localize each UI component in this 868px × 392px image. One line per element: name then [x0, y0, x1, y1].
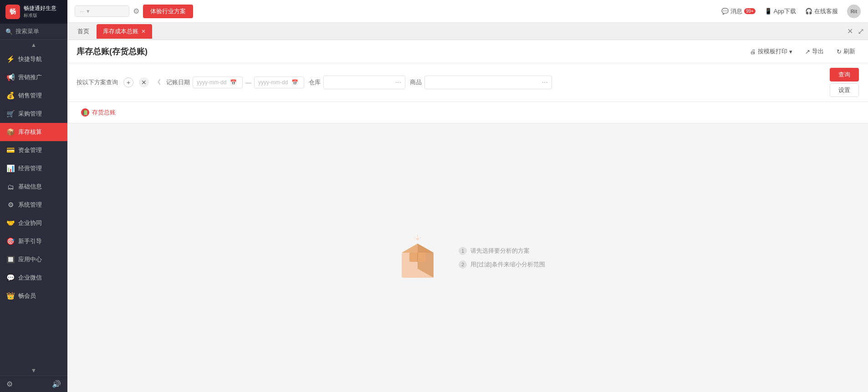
quick-nav-label: 快捷导航: [18, 55, 42, 63]
topbar: ··· ▾ ⚙ 体验行业方案 💬 消息 99+ 📱 App下载 🎧 在线客服 R…: [67, 0, 868, 23]
topbar-app-download[interactable]: 📱 App下载: [765, 7, 796, 15]
sub-nav-inventory-ledger[interactable]: 📗 存货总账: [77, 106, 120, 119]
svg-line-8: [420, 237, 421, 238]
inventory-label: 库存核算: [18, 128, 42, 136]
filter-collapse-icon[interactable]: 《: [154, 78, 161, 87]
sidebar-item-sales[interactable]: 💰 销售管理: [0, 87, 67, 105]
online-service-label: 在线客服: [814, 7, 838, 15]
quick-nav-icon: ⚡: [6, 55, 15, 63]
export-btn[interactable]: ↗ 导出: [802, 46, 827, 57]
tab-inventory-cost[interactable]: 库存成本总账 ✕: [97, 24, 152, 39]
finance-icon: 💳: [6, 146, 15, 154]
filter-fields: 记账日期 yyyy-mm-dd 📅 — yyyy-mm-dd 📅 仓库: [166, 76, 824, 89]
sidebar-item-guide[interactable]: 🎯 新手引导: [0, 232, 67, 250]
sidebar-item-operation[interactable]: 📊 经营管理: [0, 159, 67, 178]
tab-close-icon[interactable]: ✕: [141, 28, 146, 35]
guide-icon: 🎯: [6, 237, 15, 245]
sidebar-item-system[interactable]: ⚙ 系统管理: [0, 196, 67, 214]
finance-label: 资金管理: [18, 146, 42, 154]
warehouse-input[interactable]: ···: [323, 76, 405, 89]
print-btn[interactable]: 🖨 按模板打印 ▾: [746, 46, 796, 57]
print-label: 按模板打印: [758, 47, 787, 56]
sidebar-item-corp[interactable]: 🤝 企业协同: [0, 214, 67, 232]
sidebar-item-member[interactable]: 👑 畅会员: [0, 287, 67, 305]
sales-label: 销售管理: [18, 92, 42, 100]
filter-bar: 按以下方案查询 + ✕ 《 记账日期 yyyy-mm-dd 📅 — yyyy-m…: [67, 63, 868, 102]
sidebar-audio-icon[interactable]: 🔊: [52, 380, 61, 388]
sidebar-scroll-up[interactable]: ▲: [0, 40, 67, 50]
sub-nav: 📗 存货总账: [67, 102, 868, 123]
message-badge: 99+: [744, 8, 756, 14]
sidebar-item-inventory[interactable]: 📦 库存核算: [0, 123, 67, 141]
refresh-label: 刷新: [843, 47, 855, 56]
page-header: 库存总账(存货总账) 🖨 按模板打印 ▾ ↗ 导出 ↻ 刷新: [67, 40, 868, 63]
step-1-badge: 1: [459, 247, 467, 255]
empty-tip-1-text: 请先选择要分析的方案: [470, 247, 530, 255]
sidebar-item-marketing[interactable]: 📢 营销推广: [0, 68, 67, 87]
corp-icon: 🤝: [6, 219, 15, 227]
date-filter-group: 记账日期 yyyy-mm-dd 📅 — yyyy-mm-dd 📅: [166, 76, 304, 88]
industry-btn[interactable]: 体验行业方案: [143, 5, 193, 18]
product-more-icon: ···: [542, 78, 548, 87]
sidebar-search[interactable]: 🔍 搜索菜单: [0, 24, 67, 40]
sidebar-item-finance[interactable]: 💳 资金管理: [0, 141, 67, 159]
refresh-icon: ↻: [837, 48, 842, 55]
filter-add-btn[interactable]: +: [123, 77, 133, 87]
topbar-avatar[interactable]: Rit: [847, 5, 861, 18]
page-title: 库存总账(存货总账): [77, 46, 148, 57]
empty-tip-2-text: 用[过滤]条件来缩小分析范围: [470, 260, 545, 269]
filter-label: 按以下方案查询: [77, 78, 118, 87]
sidebar-settings-icon[interactable]: ⚙: [6, 380, 13, 388]
filter-clear-btn[interactable]: ✕: [139, 77, 149, 87]
message-label: 消息: [730, 7, 742, 15]
message-icon: 💬: [721, 8, 729, 15]
date-start-input[interactable]: yyyy-mm-dd 📅: [193, 76, 243, 88]
inventory-ledger-label: 存货总账: [92, 108, 116, 117]
system-label: 系统管理: [18, 201, 42, 209]
logo-badge: 标准版: [24, 12, 56, 19]
refresh-btn[interactable]: ↻ 刷新: [833, 46, 859, 57]
sidebar: 畅 畅捷通好生意 标准版 🔍 搜索菜单 ▲ ⚡ 快捷导航 📢 营销推广 💰 销售…: [0, 0, 67, 392]
export-icon: ↗: [805, 48, 810, 55]
guide-label: 新手引导: [18, 237, 42, 245]
filter-settings-btn[interactable]: 设置: [830, 83, 859, 97]
step-2-badge: 2: [459, 260, 467, 269]
filter-actions: 查询 设置: [830, 68, 859, 97]
sidebar-item-purchase[interactable]: 🛒 采购管理: [0, 105, 67, 123]
wechat-icon: 💬: [6, 274, 15, 282]
basic-label: 基础信息: [18, 183, 42, 191]
breadcrumb-text: ···: [80, 8, 85, 15]
query-btn[interactable]: 查询: [830, 68, 859, 81]
apps-icon: 🔲: [6, 255, 15, 264]
tab-home[interactable]: 首页: [71, 24, 96, 39]
calendar-start-icon: 📅: [230, 79, 237, 86]
topbar-message[interactable]: 💬 消息 99+: [721, 7, 756, 15]
empty-state: 1 请先选择要分析的方案 2 用[过滤]条件来缩小分析范围: [67, 123, 868, 392]
print-chevron-icon: ▾: [789, 48, 792, 55]
sidebar-item-basic[interactable]: 🗂 基础信息: [0, 178, 67, 196]
sidebar-search-label: 搜索菜单: [15, 27, 39, 36]
logo-title: 畅捷通好生意: [24, 5, 56, 12]
warehouse-filter-group: 仓库 ···: [309, 76, 405, 89]
product-input[interactable]: ···: [424, 76, 552, 89]
empty-tip-1: 1 请先选择要分析的方案: [459, 247, 545, 255]
basic-icon: 🗂: [6, 183, 15, 191]
sidebar-item-apps[interactable]: 🔲 应用中心: [0, 250, 67, 269]
inventory-icon: 📦: [6, 128, 15, 136]
topbar-online-service[interactable]: 🎧 在线客服: [805, 7, 838, 15]
topbar-settings-icon[interactable]: ⚙: [133, 7, 139, 15]
sidebar-item-quick-nav[interactable]: ⚡ 快捷导航: [0, 50, 67, 68]
tabbar: 首页 库存成本总账 ✕ ✕ ⤢: [67, 23, 868, 40]
system-icon: ⚙: [6, 201, 15, 209]
wechat-label: 企业微信: [18, 274, 42, 282]
tab-expand-icon[interactable]: ⤢: [858, 26, 864, 36]
sidebar-scroll-down[interactable]: ▼: [0, 365, 67, 376]
sidebar-item-wechat[interactable]: 💬 企业微信: [0, 269, 67, 287]
date-end-input[interactable]: yyyy-mm-dd 📅: [254, 76, 304, 88]
product-filter-group: 商品 ···: [410, 76, 552, 89]
topbar-breadcrumb[interactable]: ··· ▾: [75, 5, 129, 17]
tab-close-all-icon[interactable]: ✕: [843, 25, 857, 37]
topbar-right: 💬 消息 99+ 📱 App下载 🎧 在线客服 Rit: [721, 5, 861, 18]
sales-icon: 💰: [6, 92, 15, 100]
operation-icon: 📊: [6, 164, 15, 173]
